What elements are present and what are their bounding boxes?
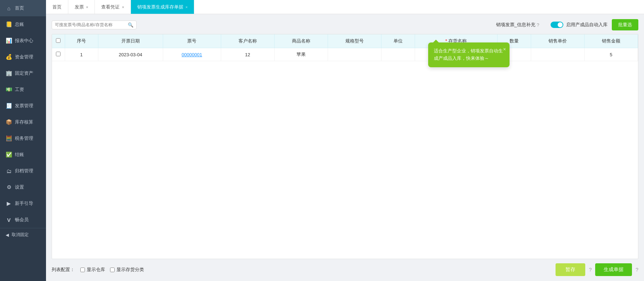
sidebar-item-home[interactable]: ⌂ 首页 (0, 0, 46, 16)
save-button[interactable]: 暂存 (556, 263, 585, 276)
table-header-date: 开票日期 (98, 34, 163, 48)
sidebar-label-archive: 归档管理 (15, 168, 33, 174)
generate-help-icon[interactable]: ? (636, 267, 638, 273)
sidebar-label-tax: 税务管理 (15, 135, 33, 142)
table-row: 1 2023-03-04 00000001 12 苹果 000001 苹果 个 … (52, 48, 638, 61)
sidebar-undo-label: 取消固定 (12, 232, 29, 238)
search-input[interactable] (55, 22, 126, 27)
sidebar-item-newbie[interactable]: ▶ 新手引导 (0, 195, 46, 212)
tab-invoice-close[interactable]: × (86, 5, 88, 9)
tax-icon: 🧮 (6, 135, 12, 142)
vip-icon: V (6, 217, 12, 223)
row-date: 2023-03-04 (98, 48, 163, 61)
row-unit (381, 48, 415, 61)
sidebar-label-home: 首页 (15, 5, 24, 11)
table-header-customer: 客户名称 (221, 34, 274, 48)
sidebar-label-settings: 设置 (15, 184, 24, 190)
row-amount: 5 (584, 48, 638, 61)
toggle-area: 启用产成品自动入库 (551, 22, 608, 28)
tab-sales-return-label: 销项发票生成库存单据 (137, 4, 183, 10)
sidebar-item-checkout[interactable]: ✅ 结账 (0, 147, 46, 163)
row-checkbox-cell (52, 48, 65, 61)
info-label: 销项发票_信息补充 ? (496, 22, 539, 28)
sidebar-item-settings[interactable]: ⚙ 设置 (0, 179, 46, 195)
data-table-container: 序号 开票日期 票号 客户名称 商品名称 规格型号 单位 存货名称 数量 销售单… (52, 34, 638, 259)
tab-home[interactable]: 首页 (46, 0, 68, 14)
sidebar-item-inventory[interactable]: 📦 库存核算 (0, 114, 46, 130)
info-label-text: 销项发票_信息补充 (496, 22, 535, 28)
row-ticket-no: 00000001 (163, 48, 221, 61)
sidebar-label-inventory: 库存核算 (15, 119, 33, 125)
top-bar: 🔍 销项发票_信息补充 ? 启用产成品自动入库 批量选 (52, 19, 638, 30)
home-icon: ⌂ (6, 5, 12, 11)
list-config-label: 列表配置： (52, 266, 75, 273)
search-icon: 🔍 (128, 22, 133, 28)
sidebar-label-ledger: 总账 (15, 21, 24, 28)
data-table: 序号 开票日期 票号 客户名称 商品名称 规格型号 单位 存货名称 数量 销售单… (52, 34, 638, 61)
tooltip-close-button[interactable]: × (503, 45, 506, 53)
inventory-icon: 📦 (6, 119, 12, 125)
sidebar-item-archive[interactable]: 🗂 归档管理 (0, 163, 46, 179)
sidebar-item-fixed-asset[interactable]: 🏢 固定资产 (0, 65, 46, 81)
show-category-checkbox[interactable] (110, 268, 115, 272)
sidebar-item-capital[interactable]: 💰 资金管理 (0, 49, 46, 65)
newbie-icon: ▶ (6, 200, 12, 207)
sidebar-undo[interactable]: ◀ 取消固定 (0, 228, 46, 241)
tab-view-voucher-label: 查看凭证 (101, 4, 120, 10)
report-icon: 📊 (6, 38, 12, 44)
settings-icon: ⚙ (6, 184, 12, 190)
invoice-mgmt-icon: 🧾 (6, 103, 12, 109)
tab-view-voucher[interactable]: 查看凭证 × (95, 0, 131, 14)
save-help-icon[interactable]: ? (589, 267, 592, 273)
sidebar-label-capital: 资金管理 (15, 54, 33, 60)
tab-sales-return[interactable]: 销项发票生成库存单据 × (131, 0, 194, 14)
sidebar-item-ledger[interactable]: 📒 总账 (0, 16, 46, 33)
row-price (531, 48, 584, 61)
show-warehouse-checkbox[interactable] (80, 268, 85, 272)
batch-select-button[interactable]: 批量选 (612, 19, 638, 30)
tab-sales-return-close[interactable]: × (185, 5, 188, 9)
tab-invoice[interactable]: 发票 × (68, 0, 95, 14)
sidebar-item-vip[interactable]: V 畅会员 (0, 212, 46, 228)
sidebar-label-checkout: 结账 (15, 151, 24, 158)
show-category-label: 显示存货分类 (116, 266, 144, 273)
sidebar-label-salary: 工资 (15, 86, 24, 93)
row-seq: 1 (65, 48, 98, 61)
salary-icon: 💵 (6, 86, 12, 93)
table-header-ticket-no: 票号 (163, 34, 221, 48)
ticket-no-link[interactable]: 00000001 (182, 52, 202, 57)
auto-warehouse-toggle[interactable] (551, 22, 563, 28)
footer-buttons: 暂存 ? 生成单据 ? (556, 263, 638, 276)
table-header-product: 商品名称 (274, 34, 328, 48)
content-area: 🔍 销项发票_信息补充 ? 启用产成品自动入库 批量选 (46, 14, 644, 281)
info-help-icon[interactable]: ? (537, 22, 539, 28)
archive-icon: 🗂 (6, 168, 12, 174)
row-product: 苹果 (274, 48, 328, 61)
generate-button[interactable]: 生成单据 (595, 263, 632, 276)
sidebar-label-invoice-mgmt: 发票管理 (15, 103, 33, 109)
table-header-seq: 序号 (65, 34, 98, 48)
search-box[interactable]: 🔍 (52, 21, 137, 29)
main-area: 首页 发票 × 查看凭证 × 销项发票生成库存单据 × 🔍 销项发票_信息补充 … (46, 0, 644, 281)
sidebar-item-tax[interactable]: 🧮 税务管理 (0, 130, 46, 147)
toggle-label: 启用产成品自动入库 (566, 22, 608, 28)
fixed-asset-icon: 🏢 (6, 70, 12, 76)
checkout-icon: ✅ (6, 151, 12, 158)
footer-checkbox-group: 显示仓库 显示存货分类 (80, 266, 144, 273)
table-header-amount: 销售金额 (584, 34, 638, 48)
sidebar-item-invoice-mgmt[interactable]: 🧾 发票管理 (0, 98, 46, 114)
select-all-checkbox[interactable] (56, 38, 61, 43)
tooltip-text: 适合生产型企业，销项发票自动生成产成品入库，快来体验～ (434, 48, 503, 61)
sidebar-label-vip: 畅会员 (15, 217, 29, 223)
row-checkbox[interactable] (56, 52, 61, 56)
capital-icon: 💰 (6, 54, 12, 60)
sidebar-item-report[interactable]: 📊 报表中心 (0, 33, 46, 49)
tooltip-popup: × 适合生产型企业，销项发票自动生成产成品入库，快来体验～ (428, 42, 510, 67)
ledger-icon: 📒 (6, 21, 12, 28)
sidebar-item-salary[interactable]: 💵 工资 (0, 81, 46, 98)
footer: 列表配置： 显示仓库 显示存货分类 暂存 ? 生成单据 ? (52, 259, 638, 281)
table-header-price: 销售单价 (531, 34, 584, 48)
tab-view-voucher-close[interactable]: × (122, 5, 124, 9)
tab-invoice-label: 发票 (75, 4, 84, 10)
sidebar-label-newbie: 新手引导 (15, 200, 33, 207)
